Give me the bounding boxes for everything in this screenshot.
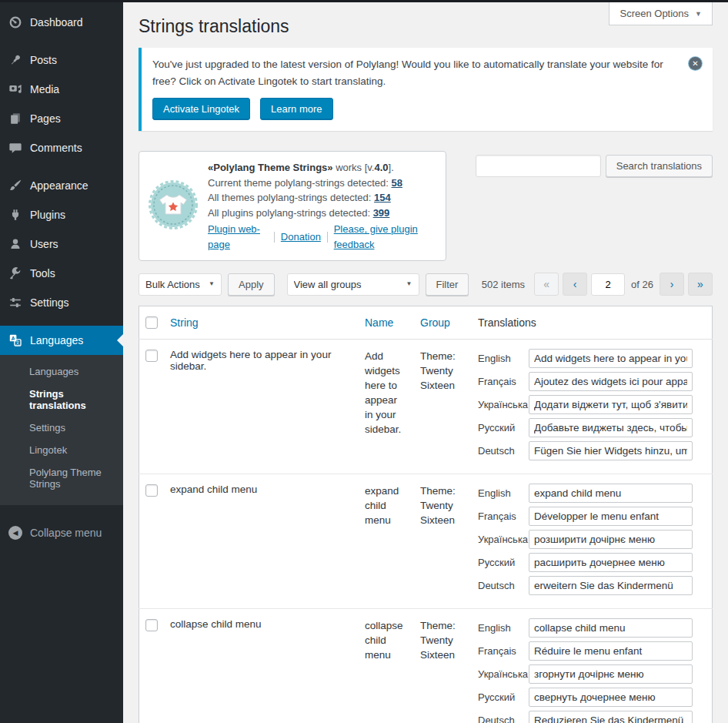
- collapse-menu-button[interactable]: ◀ Collapse menu: [0, 518, 123, 547]
- language-label: English: [478, 622, 529, 634]
- activate-lingotek-button[interactable]: Activate Lingotek: [152, 98, 250, 120]
- sidebar-item-posts[interactable]: Posts: [0, 45, 123, 75]
- sidebar-item-appearance[interactable]: Appearance: [0, 171, 123, 200]
- last-page-button[interactable]: »: [688, 273, 713, 296]
- plugin-box-title: «Polylang Theme Strings» works [v.4.0].: [208, 160, 436, 176]
- sidebar-item-pages[interactable]: Pages: [0, 104, 123, 133]
- submenu-item-lingotek[interactable]: Lingotek: [0, 439, 123, 461]
- translation-input[interactable]: [529, 711, 693, 723]
- translation-input[interactable]: [529, 484, 693, 503]
- row-checkbox[interactable]: [145, 619, 158, 631]
- translation-input[interactable]: [529, 688, 693, 707]
- donation-link[interactable]: Donation: [281, 229, 321, 245]
- translation-input[interactable]: [529, 618, 693, 638]
- language-label: Русский: [478, 422, 529, 433]
- sidebar-item-label: Settings: [30, 296, 69, 309]
- admin-bar-remnant: [0, 0, 728, 2]
- apply-button[interactable]: Apply: [228, 273, 275, 296]
- sidebar-item-media[interactable]: Media: [0, 75, 123, 104]
- bulk-actions-select-wrap: Bulk Actions ▼: [139, 273, 222, 296]
- translation-line: English: [478, 618, 706, 638]
- plugin-feedback-link[interactable]: Please, give plugin feedback: [334, 222, 436, 252]
- translation-input[interactable]: [529, 441, 693, 460]
- close-icon[interactable]: ✕: [689, 57, 702, 70]
- brush-icon: [8, 178, 23, 193]
- plugin-webpage-link[interactable]: Plugin web-page: [208, 222, 268, 252]
- string-cell: collapse child menu: [164, 609, 359, 723]
- learn-more-button[interactable]: Learn more: [260, 98, 332, 120]
- filter-button[interactable]: Filter: [426, 273, 469, 296]
- name-cell: expand child menu: [359, 474, 414, 609]
- sort-group-header[interactable]: Group: [420, 316, 450, 329]
- current-page-input[interactable]: [591, 273, 625, 296]
- language-label: Français: [478, 376, 529, 387]
- sidebar-item-label: Plugins: [30, 209, 65, 221]
- translation-input[interactable]: [529, 507, 693, 526]
- pin-icon: [8, 52, 23, 68]
- translation-input[interactable]: [529, 553, 693, 572]
- stat-link[interactable]: 399: [373, 207, 390, 219]
- sidebar-item-label: Media: [30, 83, 59, 95]
- sidebar-item-dashboard[interactable]: Dashboard: [0, 8, 123, 37]
- row-checkbox[interactable]: [145, 484, 158, 497]
- polylang-upgrade-notice: You've just upgraded to the latest versi…: [139, 48, 713, 131]
- pagination: 502 items « ‹ of 26 › »: [482, 273, 713, 296]
- sidebar-item-label: Tools: [30, 267, 55, 279]
- select-all-checkbox[interactable]: [145, 316, 158, 329]
- sort-string-header[interactable]: String: [170, 316, 199, 329]
- submenu-item-polylang-theme-strings[interactable]: Polylang Theme Strings: [0, 461, 123, 495]
- next-page-button[interactable]: ›: [660, 273, 684, 296]
- screen-options-button[interactable]: Screen Options ▼: [609, 2, 713, 25]
- submenu-item-languages[interactable]: Languages: [0, 360, 123, 383]
- translation-line: Українська: [478, 664, 706, 684]
- table-row: expand child menuexpand child menuTheme:…: [139, 474, 713, 609]
- translation-input[interactable]: [529, 349, 693, 368]
- sidebar-item-users[interactable]: Users: [0, 229, 123, 259]
- svg-text:文: 文: [15, 340, 20, 345]
- sidebar-item-comments[interactable]: Comments: [0, 133, 123, 162]
- string-cell: expand child menu: [164, 474, 359, 609]
- sidebar-item-languages[interactable]: A文 Languages: [0, 326, 123, 355]
- stat-current-theme: Current theme polylang-strings detected:…: [208, 176, 436, 191]
- submenu-item-strings-translations[interactable]: Strings translations: [0, 383, 123, 417]
- language-label: Українська: [478, 399, 529, 410]
- admin-sidebar: Dashboard Posts Media Pages Comments App…: [0, 0, 123, 723]
- dashboard-icon: [8, 15, 23, 30]
- language-label: Русский: [478, 691, 529, 703]
- translation-input[interactable]: [529, 530, 693, 549]
- sidebar-item-settings[interactable]: Settings: [0, 288, 123, 317]
- table-header-row: String Name Group Translations: [139, 306, 713, 340]
- translation-input[interactable]: [529, 418, 693, 437]
- prev-page-button[interactable]: ‹: [563, 273, 587, 296]
- translation-input[interactable]: [529, 395, 693, 414]
- stat-all-plugins: All plugins polylang-strings detected: 3…: [208, 206, 436, 221]
- submenu-item-settings[interactable]: Settings: [0, 417, 123, 439]
- translation-input[interactable]: [529, 664, 693, 684]
- translation-line: English: [478, 484, 706, 503]
- translation-line: Українська: [478, 530, 706, 549]
- pages-icon: [8, 111, 23, 126]
- search-translations-button[interactable]: Search translations: [606, 155, 713, 177]
- translation-input[interactable]: [529, 641, 693, 661]
- translation-input[interactable]: [529, 372, 693, 391]
- row-checkbox[interactable]: [145, 350, 158, 362]
- polylang-badge-logo: [149, 180, 198, 232]
- sidebar-item-label: Appearance: [30, 179, 88, 192]
- sort-name-header[interactable]: Name: [365, 316, 393, 329]
- translation-input[interactable]: [529, 576, 693, 595]
- sidebar-item-tools[interactable]: Tools: [0, 259, 123, 288]
- search-input[interactable]: [476, 155, 601, 177]
- sidebar-item-plugins[interactable]: Plugins: [0, 200, 123, 229]
- first-page-button[interactable]: «: [534, 273, 559, 296]
- plug-icon: [8, 207, 23, 223]
- translation-line: Русский: [478, 553, 706, 572]
- bulk-actions-select[interactable]: Bulk Actions: [139, 273, 222, 296]
- language-label: Deutsch: [478, 715, 529, 723]
- user-icon: [8, 236, 23, 252]
- language-label: Русский: [478, 557, 529, 568]
- translation-line: Deutsch: [478, 711, 706, 723]
- language-label: Українська: [478, 668, 529, 680]
- stat-link[interactable]: 58: [391, 177, 402, 189]
- stat-link[interactable]: 154: [374, 192, 391, 203]
- groups-filter-select[interactable]: View all groups: [287, 273, 419, 296]
